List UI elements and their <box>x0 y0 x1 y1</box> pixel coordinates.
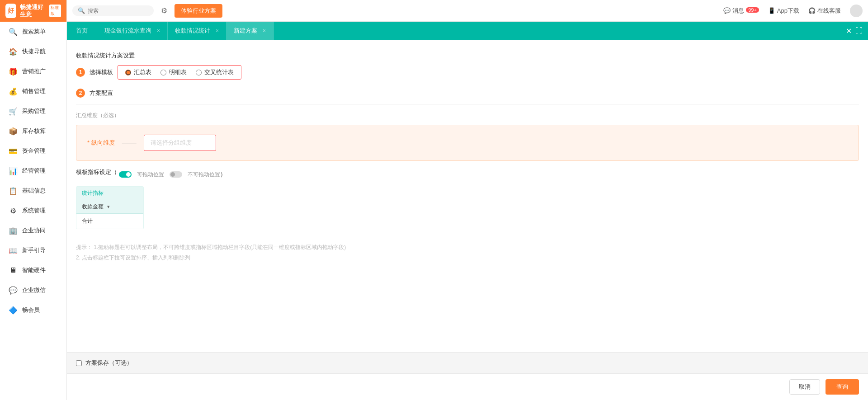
tab-bank-flow[interactable]: 现金银行流水查询 × <box>97 22 168 40</box>
step2-section: 2 方案配置 汇总维度（必选） * 纵向维度 —— 请选择分组维度 <box>76 89 859 270</box>
radio-summary[interactable]: 汇总表 <box>125 68 151 76</box>
sidebar-item-label: 基础信息 <box>22 187 46 195</box>
sidebar-item-label: 搜索菜单 <box>22 28 46 36</box>
sidebar-item-quick-nav[interactable]: 🏠 快捷导航 <box>0 42 66 61</box>
query-button[interactable]: 查询 <box>826 379 859 395</box>
step2-number: 2 <box>76 89 85 98</box>
tab-collection-stat[interactable]: 收款情况统计 × <box>168 22 226 40</box>
metrics-col-label: 收款金额 <box>82 203 104 211</box>
service-label: 在线客服 <box>817 7 841 15</box>
tab-collection-stat-close-icon[interactable]: × <box>216 28 219 34</box>
sidebar-item-label: 库存核算 <box>22 127 46 135</box>
tab-collection-stat-label: 收款情况统计 <box>175 27 210 35</box>
sidebar-item-inventory[interactable]: 📦 库存核算 <box>0 121 66 141</box>
radio-detail-label: 明细表 <box>169 68 187 76</box>
topbar-right: 💬 消息 99+ 📱 App下载 🎧 在线客服 <box>723 5 863 17</box>
tab-home-label: 首页 <box>76 27 88 35</box>
tab-expand-icon[interactable]: ⛶ <box>855 27 863 35</box>
dimension-select[interactable]: 请选择分组维度 <box>144 135 216 151</box>
sidebar-item-enterprise-collab[interactable]: 🏢 企业协同 <box>0 221 66 240</box>
step2-header: 2 方案配置 <box>76 89 859 98</box>
message-item[interactable]: 💬 消息 99+ <box>723 7 759 15</box>
radio-summary-input[interactable] <box>125 70 131 75</box>
search-input[interactable] <box>88 8 146 14</box>
sidebar-item-changyou[interactable]: 🔷 畅会员 <box>0 300 66 320</box>
tabbar: 首页 现金银行流水查询 × 收款情况统计 × 新建方案 × ✕ ⛶ <box>67 22 868 40</box>
save-checkbox[interactable] <box>76 360 82 366</box>
sidebar-item-label: 畅会员 <box>22 306 40 314</box>
radio-cross[interactable]: 交叉统计表 <box>196 68 234 76</box>
settings-icon: ⚙ <box>9 207 18 215</box>
sidebar-item-finance[interactable]: 💳 资金管理 <box>0 141 66 161</box>
logo-badge: 标准版 <box>49 5 61 17</box>
sidebar-item-label: 新手引导 <box>22 246 46 254</box>
footer-buttons: 取消 查询 <box>67 373 868 400</box>
topbar: 🔍 ⚙ 体验行业方案 💬 消息 99+ 📱 App下载 🎧 在线客服 <box>67 0 868 22</box>
gift-icon: 🎁 <box>9 67 18 76</box>
search-box[interactable]: 🔍 <box>72 5 154 16</box>
money-icon: 💰 <box>9 87 18 96</box>
book-icon: 📖 <box>9 246 18 255</box>
app-download-label: App下载 <box>777 7 799 15</box>
sidebar-item-label: 快捷导航 <box>22 47 46 56</box>
home-icon: 🏠 <box>9 47 18 56</box>
trial-btn[interactable]: 体验行业方案 <box>175 4 222 18</box>
radio-cross-label: 交叉统计表 <box>204 68 234 76</box>
chart-icon: 📊 <box>9 167 18 175</box>
tab-home[interactable]: 首页 <box>67 22 97 40</box>
sidebar-item-smart-hardware[interactable]: 🖥 智能硬件 <box>0 260 66 280</box>
app-download-item[interactable]: 📱 App下载 <box>768 7 799 15</box>
metrics-table: 统计指标 收款金额 ▾ 合计 <box>76 186 144 229</box>
metrics-col-header[interactable]: 收款金额 ▾ <box>76 200 143 214</box>
radio-detail[interactable]: 明细表 <box>160 68 187 76</box>
step1-number: 1 <box>76 68 85 77</box>
user-avatar[interactable] <box>850 5 863 17</box>
dimension-area: * 纵向维度 —— 请选择分组维度 <box>76 125 859 161</box>
sidebar-item-label: 企业协同 <box>22 226 46 235</box>
non-draggable-toggle[interactable] <box>170 171 182 178</box>
metrics-row-label: 合计 <box>82 218 93 224</box>
online-service-item[interactable]: 🎧 在线客服 <box>808 7 841 15</box>
tab-new-plan-label: 新建方案 <box>234 27 257 35</box>
sidebar-item-operations[interactable]: 📊 经营管理 <box>0 161 66 181</box>
sidebar-item-enterprise-wechat[interactable]: 💬 企业微信 <box>0 280 66 300</box>
tip-1: 提示： 1.拖动标题栏可以调整布局，不可跨维度或指标区域拖动栏目字段(只能在同一… <box>76 244 859 251</box>
settings-gear-icon[interactable]: ⚙ <box>161 6 167 15</box>
metrics-row-cell: 合计 <box>76 214 143 229</box>
step1-header: 1 选择模板 汇总表 明细表 交叉统计表 <box>76 65 859 80</box>
sidebar-item-marketing[interactable]: 🎁 营销推广 <box>0 61 66 81</box>
sidebar-logo: 好 畅捷通好生意 标准版 <box>0 0 66 22</box>
tab-bank-flow-label: 现金银行流水查询 <box>104 27 151 35</box>
sidebar-item-label: 采购管理 <box>22 107 46 115</box>
draggable-toggle[interactable] <box>119 171 132 178</box>
sidebar-item-purchase[interactable]: 🛒 采购管理 <box>0 101 66 121</box>
save-option-label[interactable]: 方案保存（可选） <box>85 359 132 367</box>
office-icon: 🏢 <box>9 226 18 235</box>
metrics-group-label: 统计指标 <box>82 190 104 196</box>
download-icon: 📱 <box>768 7 775 14</box>
sidebar-item-system[interactable]: ⚙ 系统管理 <box>0 201 66 221</box>
sidebar-item-sales[interactable]: 💰 销售管理 <box>0 81 66 101</box>
sidebar-item-newbie[interactable]: 📖 新手引导 <box>0 240 66 260</box>
cancel-button[interactable]: 取消 <box>789 379 820 395</box>
metrics-section: 模板指标设定（ 可拖动位置 不可拖动位置 ） 统计指标 <box>76 168 859 231</box>
tab-bank-flow-close-icon[interactable]: × <box>157 28 160 34</box>
service-icon: 🎧 <box>808 7 816 14</box>
step1-section: 1 选择模板 汇总表 明细表 交叉统计表 <box>76 65 859 80</box>
col-dropdown-icon[interactable]: ▾ <box>107 204 110 210</box>
monitor-icon: 🖥 <box>9 266 18 274</box>
sidebar-item-base-info[interactable]: 📋 基础信息 <box>0 181 66 201</box>
cart-icon: 🛒 <box>9 107 18 116</box>
sidebar-item-search[interactable]: 🔍 搜索菜单 <box>0 22 66 42</box>
tab-close-all-icon[interactable]: ✕ <box>846 27 852 35</box>
tab-new-plan-close-icon[interactable]: × <box>263 28 266 34</box>
clipboard-icon: 📋 <box>9 187 18 195</box>
tab-new-plan[interactable]: 新建方案 × <box>226 22 274 40</box>
sidebar-item-label: 企业微信 <box>22 286 46 294</box>
radio-detail-input[interactable] <box>160 70 166 75</box>
message-badge: 99+ <box>746 7 759 13</box>
non-draggable-label: 不可拖动位置 <box>188 171 220 179</box>
radio-cross-input[interactable] <box>196 70 202 75</box>
search-icon: 🔍 <box>78 7 85 14</box>
config-section: 汇总维度（必选） * 纵向维度 —— 请选择分组维度 模板指标设定（ 可拖动位置 <box>76 104 859 270</box>
